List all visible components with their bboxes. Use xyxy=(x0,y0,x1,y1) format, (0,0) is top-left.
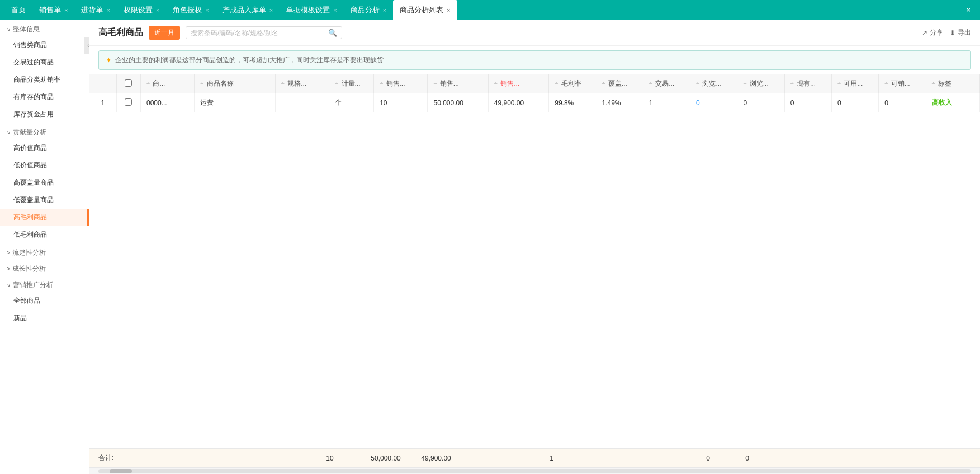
row-browse1[interactable]: 0 xyxy=(690,93,737,112)
row-tag: 高收入 xyxy=(926,93,979,112)
select-all-checkbox[interactable] xyxy=(125,79,132,87)
nav-home[interactable]: 首页 xyxy=(4,0,32,20)
top-navigation: 首页 销售单 × 进货单 × 权限设置 × 角色授权 × 产成品入库单 × 单据… xyxy=(0,0,980,20)
share-icon: ↗ xyxy=(922,29,927,37)
sidebar-item-high-value[interactable]: 高价值商品 xyxy=(0,139,89,157)
section-marketing-analysis[interactable]: ∨ 营销推广分析 xyxy=(0,276,89,292)
sidebar-item-low-coverage[interactable]: 低覆盖量商品 xyxy=(0,191,89,209)
nav-sales-close[interactable]: × xyxy=(64,7,68,13)
nav-template-close[interactable]: × xyxy=(333,7,337,13)
section-contribution-arrow: ∨ xyxy=(7,129,11,135)
nav-product-inbound-close[interactable]: × xyxy=(269,7,273,13)
col-header-sales-qty[interactable]: ÷ 销售... xyxy=(374,74,428,93)
footer-browse2 xyxy=(622,454,661,462)
sidebar-item-sales-goods[interactable]: 销售类商品 xyxy=(0,36,89,54)
horizontal-scrollbar[interactable] xyxy=(89,467,980,474)
col-header-name[interactable]: ÷ 商品名称 xyxy=(195,74,276,93)
row-sales-profit: 49,900.00 xyxy=(488,93,548,112)
table-footer: 合计: 10 50,000.00 49,900.00 1 0 0 xyxy=(89,448,980,467)
search-icon[interactable]: 🔍 xyxy=(328,29,337,37)
nav-role-close[interactable]: × xyxy=(205,7,209,13)
row-transaction: 1 xyxy=(643,93,690,112)
nav-role-label: 角色授权 xyxy=(173,5,202,15)
row-spec xyxy=(275,93,329,112)
col-header-spec[interactable]: ÷ 规格... xyxy=(275,74,329,93)
section-trend-arrow: > xyxy=(7,250,10,256)
nav-product-inbound[interactable]: 产成品入库单 × xyxy=(216,0,280,20)
col-header-available[interactable]: ÷ 可用... xyxy=(831,74,878,93)
col-header-tag[interactable]: ÷ 标签 xyxy=(926,74,979,93)
info-icon: ✦ xyxy=(106,56,112,64)
table-header-row: ÷ 商... ÷ 商品名称 ÷ 规格... ÷ xyxy=(89,74,980,93)
nav-purchase[interactable]: 进货单 × xyxy=(74,0,116,20)
nav-product-analysis-list[interactable]: 商品分析列表 × xyxy=(393,0,457,20)
table-row: 1 0000... 运费 个 10 50,000.00 49,900.00 99… xyxy=(89,93,980,112)
row-checkbox[interactable] xyxy=(125,98,132,106)
row-check[interactable] xyxy=(116,93,140,112)
nav-product-analysis[interactable]: 商品分析 × xyxy=(344,0,393,20)
sidebar-item-in-stock[interactable]: 有库存的商品 xyxy=(0,88,89,106)
section-trend-analysis[interactable]: > 流趋性分析 xyxy=(0,243,89,260)
section-overall-title: 整体信息 xyxy=(13,25,40,34)
nav-sales[interactable]: 销售单 × xyxy=(32,0,74,20)
col-header-browse1[interactable]: ÷ 浏览... xyxy=(690,74,737,93)
footer-coverage xyxy=(505,454,544,462)
col-header-unit[interactable]: ÷ 计量... xyxy=(329,74,374,93)
col-header-sellable[interactable]: ÷ 可销... xyxy=(879,74,926,93)
nav-template[interactable]: 单据模板设置 × xyxy=(280,0,343,20)
col-header-stock[interactable]: ÷ 现有... xyxy=(784,74,831,93)
sidebar-item-all-goods[interactable]: 全部商品 xyxy=(0,292,89,309)
data-table-container: ÷ 商... ÷ 商品名称 ÷ 规格... ÷ xyxy=(89,74,980,448)
scrollbar-thumb[interactable] xyxy=(110,469,132,473)
row-num: 1 xyxy=(89,93,116,112)
footer-label: 合计: xyxy=(98,453,113,463)
nav-product-analysis-list-close[interactable]: × xyxy=(447,7,450,13)
sidebar-item-category-sales-rate[interactable]: 商品分类助销率 xyxy=(0,71,89,88)
nav-home-label: 首页 xyxy=(11,5,26,15)
search-input[interactable] xyxy=(191,29,328,37)
nav-product-analysis-label: 商品分析 xyxy=(351,5,380,15)
share-button[interactable]: ↗ 分享 xyxy=(922,28,943,37)
content-area: 高毛利商品 近一月 🔍 ↗ 分享 ⬇ 导出 ✦ 企业的主要的利润都是这部分商品创… xyxy=(89,20,980,474)
share-label: 分享 xyxy=(930,28,943,37)
section-contribution-analysis[interactable]: ∨ 贡献量分析 xyxy=(0,123,89,139)
footer-browse1 xyxy=(583,454,622,462)
sidebar-item-high-coverage[interactable]: 高覆盖量商品 xyxy=(0,174,89,191)
sidebar-item-low-margin[interactable]: 低毛利商品 xyxy=(0,226,89,243)
filter-recent-month-button[interactable]: 近一月 xyxy=(149,26,180,40)
footer-available: 0 xyxy=(700,454,740,462)
col-header-transaction[interactable]: ÷ 交易... xyxy=(643,74,690,93)
nav-role[interactable]: 角色授权 × xyxy=(166,0,215,20)
footer-transaction: 1 xyxy=(544,454,583,462)
section-marketing-title: 营销推广分析 xyxy=(13,280,53,290)
footer-sales-profit: 49,900.00 xyxy=(415,454,466,462)
nav-permission[interactable]: 权限设置 × xyxy=(117,0,166,20)
row-sales-amt: 50,000.00 xyxy=(428,93,488,112)
main-layout: « ∨ 整体信息 销售类商品 交易过的商品 商品分类助销率 有库存的商品 库存资… xyxy=(0,20,980,474)
close-all-tabs[interactable]: × xyxy=(962,5,976,15)
nav-permission-close[interactable]: × xyxy=(156,7,159,13)
row-sellable: 0 xyxy=(879,93,926,112)
nav-sales-label: 销售单 xyxy=(39,5,61,15)
sidebar-item-low-value[interactable]: 低价值商品 xyxy=(0,157,89,174)
sidebar-item-stock-capital[interactable]: 库存资金占用 xyxy=(0,106,89,123)
nav-template-label: 单据模板设置 xyxy=(286,5,330,15)
col-header-coverage[interactable]: ÷ 覆盖... xyxy=(596,74,643,93)
sidebar-collapse-btn[interactable]: « xyxy=(84,37,89,54)
row-unit: 个 xyxy=(329,93,374,112)
export-button[interactable]: ⬇ 导出 xyxy=(950,28,971,37)
col-header-code[interactable]: ÷ 商... xyxy=(141,74,195,93)
section-overall-info[interactable]: ∨ 整体信息 xyxy=(0,20,89,36)
col-header-sales-profit[interactable]: ÷ 销售... xyxy=(488,74,548,93)
col-header-browse2[interactable]: ÷ 浏览... xyxy=(737,74,784,93)
col-header-gross-rate[interactable]: ÷ 毛利率 xyxy=(549,74,596,93)
sidebar-item-traded-goods[interactable]: 交易过的商品 xyxy=(0,54,89,71)
col-header-sales-amt[interactable]: ÷ 销售... xyxy=(428,74,488,93)
sidebar-item-new-goods[interactable]: 新品 xyxy=(0,309,89,327)
info-banner-text: 企业的主要的利润都是这部分商品创造的，可考虑加大推广，同时关注库存是不要出现缺货 xyxy=(115,55,384,65)
nav-product-analysis-close[interactable]: × xyxy=(383,7,386,13)
sidebar-item-high-margin[interactable]: 高毛利商品 xyxy=(0,209,89,226)
col-header-check xyxy=(116,74,140,93)
nav-purchase-close[interactable]: × xyxy=(106,7,110,13)
section-growth-analysis[interactable]: > 成长性分析 xyxy=(0,260,89,276)
